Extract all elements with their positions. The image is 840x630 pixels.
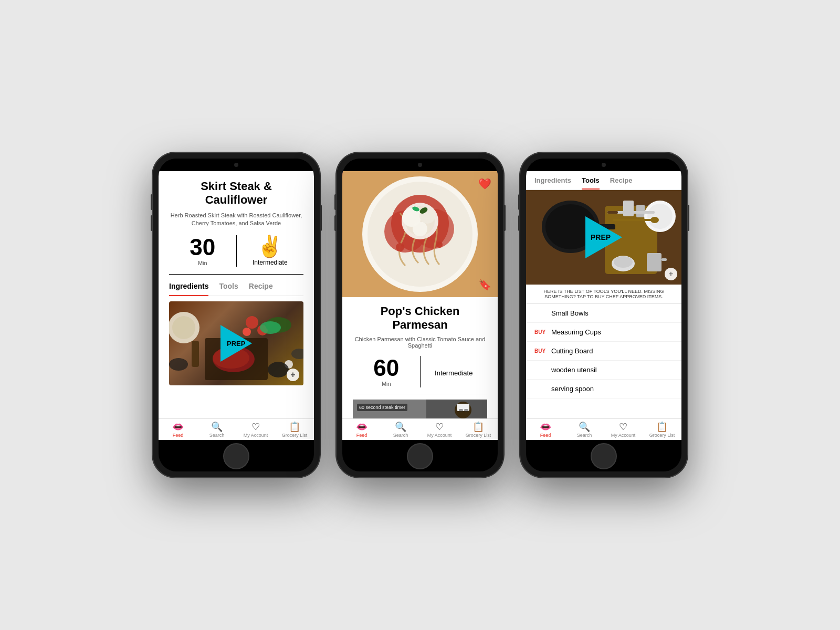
tool-item-2[interactable]: BUY Cutting Board bbox=[526, 342, 681, 361]
tab-tools-3[interactable]: Tools bbox=[582, 176, 600, 190]
search-label-2: Search bbox=[393, 433, 408, 438]
tool-item-1[interactable]: BUY Measuring Cups bbox=[526, 323, 681, 342]
video-label-2: 60 second steak timer bbox=[357, 404, 407, 411]
tool-buy-2: BUY bbox=[534, 348, 547, 354]
nav-search-2[interactable]: 🔍 Search bbox=[381, 422, 420, 438]
feed-icon-1: 👄 bbox=[172, 422, 184, 432]
nav-search-1[interactable]: 🔍 Search bbox=[197, 422, 236, 438]
svg-point-13 bbox=[268, 362, 289, 377]
hand-icon: ✌️ bbox=[237, 236, 304, 257]
screen-1: Skirt Steak & Cauliflower Herb Roasted S… bbox=[159, 171, 314, 418]
nav-feed-1[interactable]: 👄 Feed bbox=[159, 422, 197, 438]
tab-ingredients-1[interactable]: Ingredients bbox=[169, 282, 208, 296]
power-button-3 bbox=[688, 205, 689, 231]
tool-name-2: Cutting Board bbox=[551, 347, 593, 355]
time-label: Min bbox=[169, 260, 236, 266]
tool-name-4: serving spoon bbox=[551, 385, 594, 393]
svg-rect-44 bbox=[623, 201, 634, 216]
svg-rect-36 bbox=[459, 409, 463, 412]
svg-point-49 bbox=[647, 204, 673, 229]
nav-feed-3[interactable]: 👄 Feed bbox=[526, 422, 565, 438]
tool-name-0: Small Bowls bbox=[551, 309, 589, 317]
nav-feed-2[interactable]: 👄 Feed bbox=[342, 422, 381, 438]
volume-down-button-2 bbox=[334, 215, 336, 231]
status-bar-3 bbox=[526, 159, 681, 171]
power-button bbox=[320, 205, 322, 231]
recipe-stats-2: 60 Min Intermediate bbox=[353, 356, 487, 394]
phone2-info: Pop's Chicken Parmesan Chicken Parmesan … bbox=[342, 297, 498, 418]
feed-label-1: Feed bbox=[173, 433, 184, 438]
svg-rect-56 bbox=[647, 253, 662, 271]
difficulty-label: Intermediate bbox=[237, 259, 304, 266]
nav-account-2[interactable]: ♡ My Account bbox=[420, 422, 459, 438]
volume-down-button bbox=[151, 215, 152, 231]
bookmark-icon-2[interactable]: 🔖 bbox=[478, 278, 491, 291]
tool-item-4[interactable]: serving spoon bbox=[526, 380, 681, 398]
time-number-2: 60 bbox=[353, 356, 420, 380]
pasta-visual bbox=[342, 171, 498, 297]
svg-point-7 bbox=[260, 321, 281, 334]
bottom-bar-3: 👄 Feed 🔍 Search ♡ My Account 📋 Grocery L… bbox=[526, 418, 681, 440]
screen-3: Ingredients Tools Recipe bbox=[526, 171, 681, 418]
feed-label-2: Feed bbox=[356, 433, 368, 438]
nav-grocery-1[interactable]: 📋 Grocery List bbox=[275, 422, 314, 438]
nav-account-1[interactable]: ♡ My Account bbox=[236, 422, 275, 438]
prep-button-3[interactable]: PREP bbox=[585, 216, 622, 258]
camera-dot-1 bbox=[234, 163, 238, 167]
feed-icon-3: 👄 bbox=[540, 422, 551, 432]
svg-point-53 bbox=[650, 217, 659, 223]
phone1-content: Skirt Steak & Cauliflower Herb Roasted S… bbox=[159, 171, 314, 418]
phone-1-screen: Skirt Steak & Cauliflower Herb Roasted S… bbox=[159, 159, 314, 471]
difficulty-label-2: Intermediate bbox=[421, 369, 488, 377]
time-number: 30 bbox=[169, 236, 236, 259]
phone-2-screen: ❤️ 🔖 Pop's Chicken Parmesan Chicken Parm… bbox=[342, 159, 498, 471]
tool-name-1: Measuring Cups bbox=[551, 328, 601, 336]
nav-grocery-2[interactable]: 📋 Grocery List bbox=[459, 422, 498, 438]
svg-point-27 bbox=[436, 242, 443, 248]
home-button-1[interactable] bbox=[223, 443, 249, 469]
nav-search-3[interactable]: 🔍 Search bbox=[565, 422, 604, 438]
home-button-2[interactable] bbox=[407, 443, 433, 469]
volume-up-button-3 bbox=[518, 194, 520, 210]
difficulty-stat-2: Intermediate bbox=[421, 367, 488, 377]
grocery-icon-2: 📋 bbox=[472, 422, 484, 432]
account-label-1: My Account bbox=[244, 433, 268, 438]
phones-container: Skirt Steak & Cauliflower Herb Roasted S… bbox=[152, 152, 688, 478]
tab-recipe-3[interactable]: Recipe bbox=[610, 176, 633, 190]
status-bar-1 bbox=[159, 159, 314, 171]
search-icon-3: 🔍 bbox=[579, 422, 590, 432]
camera-dot-2 bbox=[418, 163, 422, 167]
plus-button-1[interactable]: + bbox=[287, 369, 299, 381]
phone-1: Skirt Steak & Cauliflower Herb Roasted S… bbox=[152, 152, 320, 478]
video-thumbnail-2[interactable]: 60 second steak timer bbox=[353, 400, 487, 418]
prep-label-3: PREP bbox=[591, 233, 611, 242]
phone3-tabs: Ingredients Tools Recipe bbox=[526, 171, 681, 190]
tab-recipe-1[interactable]: Recipe bbox=[249, 282, 273, 292]
tools-description-3: HERE IS THE LIST OF TOOLS YOU'LL NEED. M… bbox=[526, 285, 681, 304]
tab-ingredients-3[interactable]: Ingredients bbox=[534, 176, 571, 190]
nav-grocery-3[interactable]: 📋 Grocery List bbox=[643, 422, 681, 438]
plus-button-3[interactable]: + bbox=[665, 268, 677, 280]
nav-account-3[interactable]: ♡ My Account bbox=[604, 422, 643, 438]
phone-2: ❤️ 🔖 Pop's Chicken Parmesan Chicken Parm… bbox=[336, 152, 504, 478]
account-icon-1: ♡ bbox=[251, 422, 260, 432]
feed-icon-2: 👄 bbox=[356, 422, 368, 432]
tab-tools-1[interactable]: Tools bbox=[219, 282, 238, 292]
svg-point-26 bbox=[396, 243, 404, 251]
time-stat: 30 Min bbox=[169, 236, 236, 266]
feed-label-3: Feed bbox=[540, 433, 551, 438]
heart-icon-2[interactable]: ❤️ bbox=[478, 177, 491, 190]
grocery-label-3: Grocery List bbox=[649, 433, 675, 438]
recipe-title-1: Skirt Steak & Cauliflower bbox=[169, 180, 303, 207]
svg-point-2 bbox=[172, 316, 195, 339]
tool-item-0[interactable]: Small Bowls bbox=[526, 304, 681, 323]
grocery-icon-3: 📋 bbox=[656, 422, 668, 432]
home-button-3[interactable] bbox=[591, 443, 617, 469]
dish-image-2: ❤️ 🔖 bbox=[342, 171, 498, 297]
screen-2: ❤️ 🔖 Pop's Chicken Parmesan Chicken Parm… bbox=[342, 171, 498, 418]
prep-button-1[interactable]: PREP bbox=[220, 325, 252, 362]
tool-buy-1: BUY bbox=[534, 329, 547, 335]
tool-item-3[interactable]: wooden utensil bbox=[526, 361, 681, 380]
bottom-bar-1: 👄 Feed 🔍 Search ♡ My Account 📋 Grocery L… bbox=[159, 418, 314, 440]
prep-image-1[interactable]: PREP + bbox=[169, 301, 303, 385]
